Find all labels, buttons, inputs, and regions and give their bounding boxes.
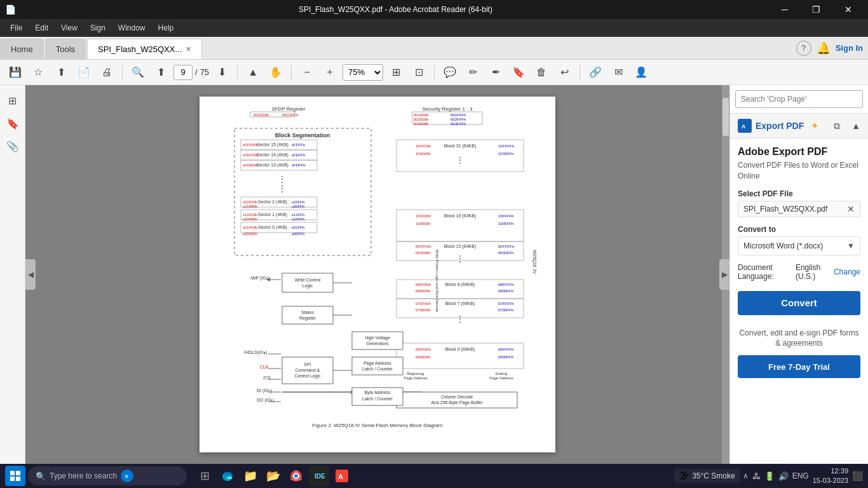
start-button[interactable] xyxy=(5,466,25,486)
svg-text:Block 31 (64KB): Block 31 (64KB) xyxy=(444,144,477,149)
file-clear-button[interactable]: ✕ xyxy=(847,204,855,214)
collapse-icon[interactable]: ▲ xyxy=(851,121,860,131)
minimize-button[interactable]: ─ xyxy=(770,0,799,19)
draw-button[interactable]: ✒ xyxy=(485,62,506,83)
export-title-text: Export PDF xyxy=(756,121,804,131)
link-button[interactable]: 🔗 xyxy=(585,62,606,83)
svg-text:DI (IO₀): DI (IO₀) xyxy=(257,388,272,393)
notification-button[interactable]: ⬛ xyxy=(852,471,863,481)
weather-widget[interactable]: 🌫 35°C Smoke xyxy=(674,469,740,483)
weather-temp: 35°C Smoke xyxy=(692,471,735,480)
taskview-button[interactable]: ⊞ xyxy=(194,466,215,486)
print-button[interactable]: 🖨 xyxy=(97,62,117,83)
battery-icon[interactable]: 🔋 xyxy=(764,471,775,481)
pdf-viewer[interactable]: ◀ ▶ SFDP Register 00C000h 00C0FFh Securi… xyxy=(25,85,729,464)
bookmark-button[interactable]: ☆ xyxy=(28,62,48,83)
change-language-button[interactable]: Change xyxy=(834,268,860,276)
svg-text:Write Control: Write Control xyxy=(295,278,321,282)
next-page-button[interactable]: ⬇ xyxy=(212,62,232,83)
svg-text:IDE: IDE xyxy=(315,473,325,480)
fit-width-button[interactable]: ⊡ xyxy=(409,62,429,83)
copy-icon[interactable]: ⧉ xyxy=(834,121,840,132)
undo-button[interactable]: ↩ xyxy=(554,62,574,83)
explorer-button[interactable]: 📂 xyxy=(263,466,283,486)
acrobat-button[interactable]: A xyxy=(332,466,352,486)
maximize-button[interactable]: ❐ xyxy=(802,0,831,19)
comment-button[interactable]: 💬 xyxy=(440,62,460,83)
bookmarks-button[interactable]: 🔖 xyxy=(3,113,23,133)
page-number-input[interactable] xyxy=(173,65,193,80)
title-bar-controls: ─ ❐ ✕ xyxy=(770,0,863,19)
fit-page-button[interactable]: ⊞ xyxy=(386,62,406,83)
hand-tool-button[interactable]: ✋ xyxy=(266,62,286,83)
attachments-button[interactable]: 📎 xyxy=(3,136,23,156)
svg-text:Page Address: Page Address xyxy=(489,376,513,380)
account-button[interactable]: 👤 xyxy=(631,62,651,83)
convert-to-dropdown[interactable]: Microsoft Word (*.docx) ▼ xyxy=(738,236,860,255)
save-button[interactable]: 💾 xyxy=(5,62,25,83)
files-button[interactable]: 📁 xyxy=(240,466,261,486)
svg-text:x22F00h: x22F00h xyxy=(243,200,257,204)
zoom-select[interactable]: 50% 75% 100% 125% 150% xyxy=(342,64,383,81)
svg-text:x21000h: x21000h xyxy=(243,205,257,208)
prev-page-button[interactable]: ⬆ xyxy=(151,62,171,83)
delete-button[interactable]: 🗑 xyxy=(531,62,552,83)
tab-close-icon[interactable]: ✕ xyxy=(186,45,191,53)
clock[interactable]: 12:39 15-03-2023 xyxy=(813,466,848,486)
cursor-tool-button[interactable]: ▲ xyxy=(243,62,263,83)
menu-edit[interactable]: Edit xyxy=(30,21,53,35)
zoom-out-button[interactable]: 🔍 xyxy=(128,62,148,83)
edge-button[interactable] xyxy=(217,466,238,486)
close-button[interactable]: ✕ xyxy=(834,0,863,19)
search-input[interactable] xyxy=(735,90,863,108)
upload-button[interactable]: ⬆ xyxy=(51,62,71,83)
convert-button[interactable]: Convert xyxy=(738,291,860,315)
svg-text:x10000h: x10000h xyxy=(243,217,257,221)
svg-text:Column Decode: Column Decode xyxy=(441,395,473,399)
email-button[interactable]: ✉ xyxy=(608,62,628,83)
svg-text:Block 8 (64KB): Block 8 (64KB) xyxy=(445,282,475,287)
thumbnails-button[interactable]: ⊞ xyxy=(3,90,23,111)
svg-point-143 xyxy=(294,474,298,478)
svg-text:1F0000h: 1F0000h xyxy=(416,152,431,156)
svg-rect-98 xyxy=(352,332,403,349)
svg-text:0F00FFh: 0F00FFh xyxy=(498,251,513,255)
svg-text:Ending: Ending xyxy=(496,372,508,376)
free-trial-button[interactable]: Free 7-Day Trial xyxy=(738,355,860,378)
tab-home[interactable]: Home xyxy=(0,39,44,59)
help-icon-button[interactable]: ? xyxy=(796,41,811,56)
highlight-button[interactable]: ✏ xyxy=(463,62,483,83)
menu-help[interactable]: Help xyxy=(153,21,179,35)
tab-document[interactable]: SPI_Flash_W25QXX... ✕ xyxy=(87,39,202,59)
svg-text:0FFFFFh: 0FFFFFh xyxy=(498,245,514,248)
show-hidden-button[interactable]: ∧ xyxy=(743,471,749,480)
taskbar-search[interactable]: 🔍 Type here to search b xyxy=(28,466,187,485)
svg-text:Latch / Counter: Latch / Counter xyxy=(362,396,393,401)
print-prop-button[interactable]: 📄 xyxy=(74,62,94,83)
svg-text:000000h: 000000h xyxy=(416,355,430,359)
zoom-out2-button[interactable]: − xyxy=(297,62,317,83)
svg-text:002FFFh: 002FFFh xyxy=(451,118,466,121)
menu-sign[interactable]: Sign xyxy=(85,21,111,35)
collapse-left-button[interactable]: ◀ xyxy=(25,259,36,290)
collapse-right-button[interactable]: ▶ xyxy=(719,259,729,290)
right-panel: A Export PDF ✦ ⧉ ▲ Adobe Export PDF Conv… xyxy=(729,85,868,464)
tab-tools[interactable]: Tools xyxy=(45,39,86,59)
svg-text:DO (IO₁): DO (IO₁) xyxy=(257,398,275,403)
sign-in-button[interactable]: Sign In xyxy=(836,43,863,53)
zoom-in2-button[interactable]: ＋ xyxy=(320,62,340,83)
menu-window[interactable]: Window xyxy=(113,21,151,35)
scrollbar-thumb[interactable] xyxy=(722,98,729,136)
network-icon[interactable]: 🖧 xyxy=(752,471,761,481)
ide-button[interactable]: IDE xyxy=(309,466,329,486)
sound-icon[interactable]: 🔊 xyxy=(778,471,789,481)
tab-tools-label: Tools xyxy=(56,44,75,54)
stamp-button[interactable]: 🔖 xyxy=(508,62,529,83)
notification-icon[interactable]: 🔔 xyxy=(817,41,831,55)
convert-to-label: Convert to xyxy=(738,225,860,234)
chrome-button[interactable] xyxy=(286,466,306,486)
menu-file[interactable]: File xyxy=(5,21,27,35)
svg-rect-133 xyxy=(10,471,15,475)
svg-text:Security Register 1 - 3: Security Register 1 - 3 xyxy=(422,106,473,112)
menu-view[interactable]: View xyxy=(56,21,83,35)
